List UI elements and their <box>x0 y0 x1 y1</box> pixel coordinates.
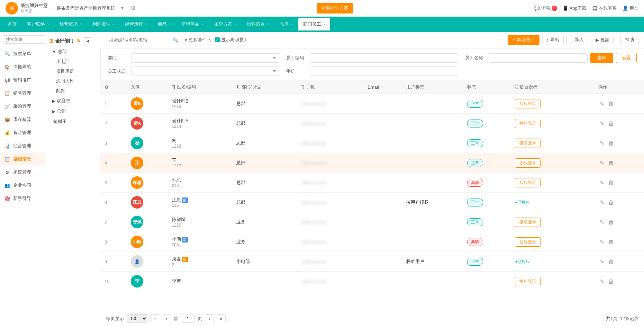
tab-close-icon[interactable]: × <box>291 22 293 26</box>
trial-btn[interactable]: 体验行业方案 <box>317 3 353 14</box>
tab-close-icon[interactable]: × <box>267 22 269 26</box>
col-phone[interactable]: ⇅ 手机 <box>297 80 363 94</box>
delete-btn[interactable]: 🗑 <box>607 179 615 187</box>
edit-btn[interactable]: ✎ <box>598 100 606 108</box>
sidebar-item-basic[interactable]: 📋基础信息 <box>0 152 45 166</box>
delete-btn[interactable]: 🗑 <box>607 199 615 206</box>
edit-btn[interactable]: ✎ <box>598 277 606 285</box>
col-name[interactable]: ⇅ 姓名/编码 <box>168 80 232 94</box>
tab-close-icon[interactable]: × <box>47 22 49 26</box>
tab-close-icon[interactable]: × <box>201 22 203 26</box>
add-employee-btn[interactable]: + 新增员工 <box>508 35 539 45</box>
import-btn[interactable]: ↓ 导入 <box>566 35 588 45</box>
collapse-tree-btn[interactable]: ◀ <box>84 37 91 44</box>
nav-tab-商品[interactable]: 商品 × <box>153 18 176 30</box>
delete-btn[interactable]: 🗑 <box>607 140 615 147</box>
user-menu[interactable]: 👤 用友 <box>623 5 638 11</box>
prev-page-btn[interactable]: ‹ <box>162 314 171 323</box>
edit-btn[interactable]: ✎ <box>598 238 606 246</box>
delete-btn[interactable]: 🗑 <box>607 278 615 285</box>
export-btn[interactable]: ↑ 导出 <box>542 35 564 45</box>
nav-tab-仓库[interactable]: 仓库 × <box>275 18 298 30</box>
filter-empname-input[interactable] <box>489 53 588 63</box>
last-page-btn[interactable]: » <box>217 314 226 323</box>
sidebar-item-operation[interactable]: 📊经营管理 <box>0 139 45 152</box>
dept-child-xiaodian[interactable]: 小电部 <box>45 57 100 67</box>
tab-close-icon[interactable]: × <box>112 22 115 26</box>
tab-close-icon[interactable]: × <box>323 22 325 26</box>
dept-child-peihuo[interactable]: 配货 <box>45 86 100 96</box>
delete-btn[interactable]: 🗑 <box>607 159 615 167</box>
edit-btn[interactable]: ✎ <box>598 218 606 226</box>
auth-btn[interactable]: 授权登录 <box>515 139 541 148</box>
sidebar-item-quick-nav[interactable]: 🏠快捷导航 <box>0 60 45 73</box>
nav-tab-经营情况[interactable]: 经营情况 × <box>55 18 87 30</box>
nav-tab-条码方案[interactable]: 条码方案 × <box>209 18 241 30</box>
edit-btn[interactable]: ✎ <box>598 120 606 127</box>
filter-dept-select[interactable] <box>131 53 279 63</box>
edit-btn[interactable]: ✎ <box>598 179 606 187</box>
delete-btn[interactable]: 🗑 <box>607 258 615 266</box>
auth-btn[interactable]: 授权登录 <box>515 99 541 108</box>
show-resign-checkbox[interactable]: ✓ 显示离职员工 <box>215 37 248 43</box>
tab-close-icon[interactable]: × <box>169 22 171 26</box>
message-btn[interactable]: 💬 消息 5 <box>534 5 557 11</box>
nav-tab-首页[interactable]: 首页 <box>3 18 21 30</box>
nav-tab-客户联络[interactable]: 客户联络 × <box>22 18 54 30</box>
next-page-btn[interactable]: › <box>205 314 214 323</box>
dropdown-icon[interactable]: ▼ <box>120 6 125 11</box>
nav-tab-新增商品[interactable]: 新增商品 × <box>176 18 208 30</box>
sidebar-item-inventory[interactable]: 📦库存核算 <box>0 113 45 126</box>
dept-node-zhishu[interactable]: 植树王二 <box>45 116 100 127</box>
delete-btn[interactable]: 🗑 <box>607 100 615 108</box>
nav-tab-部门员工[interactable]: 部门员工 × <box>298 18 330 30</box>
dept-node-zongbu2[interactable]: ▶ 总部 <box>45 106 100 116</box>
tab-close-icon[interactable]: × <box>234 22 236 26</box>
sidebar-item-finance[interactable]: 💰资金管理 <box>0 126 45 139</box>
setup-btn[interactable]: 设置 <box>616 53 637 63</box>
sidebar-item-collab[interactable]: 👥企业协同 <box>0 179 45 192</box>
nav-tab-物料清单[interactable]: 物料清单 × <box>242 18 274 30</box>
auth-btn[interactable]: 授权登录 <box>515 237 541 247</box>
edit-btn[interactable]: ✎ <box>598 199 606 206</box>
delete-btn[interactable]: 🗑 <box>607 238 615 246</box>
app-download-btn[interactable]: 📱 App下载 <box>563 5 587 11</box>
dept-node-shuangting[interactable]: ▶ 双庭想 <box>45 96 100 106</box>
sidebar-item-search[interactable]: 🔍搜索菜单 <box>0 47 45 60</box>
help-btn[interactable]: 帮助 <box>620 35 638 45</box>
auth-btn[interactable]: 授权登录 <box>515 119 541 128</box>
more-filter-btn[interactable]: ▾ 更多条件 ∧ <box>185 37 211 43</box>
first-page-btn[interactable]: « <box>150 314 159 323</box>
tab-close-icon[interactable]: × <box>145 22 147 26</box>
filter-phone-input[interactable] <box>310 67 458 76</box>
edit-btn[interactable]: ✎ <box>598 159 606 167</box>
sidebar-item-sales[interactable]: 📋销售管理 <box>0 87 45 100</box>
filter-empcode-input[interactable] <box>310 53 458 63</box>
view-btn[interactable]: ▶ 视频 <box>591 35 614 45</box>
auth-btn[interactable]: 授权登录 <box>515 277 541 286</box>
auth-btn[interactable]: 授权登录 <box>515 158 541 168</box>
col-settings[interactable]: ⚙ <box>100 80 127 94</box>
delete-btn[interactable]: 🗑 <box>607 219 615 226</box>
nav-tab-经营历程[interactable]: 经营历程 × <box>120 18 152 30</box>
sidebar-item-purchase[interactable]: 🛒采购管理 <box>0 100 45 113</box>
filter-status-select[interactable] <box>131 67 279 76</box>
dept-node-zongbu[interactable]: ▼ 总部 <box>45 46 100 57</box>
delete-btn[interactable]: 🗑 <box>607 120 615 127</box>
search-input[interactable] <box>109 37 171 43</box>
dept-child-shenyang[interactable]: 沈阳大库 <box>45 76 100 86</box>
online-service-btn[interactable]: 🎧 在线客服 <box>592 5 617 11</box>
auth-btn[interactable]: 授权登录 <box>515 218 541 227</box>
sidebar-item-guide[interactable]: 🎯新手引导 <box>0 192 45 205</box>
sidebar-search-input[interactable] <box>3 35 45 44</box>
tab-close-icon[interactable]: × <box>80 22 82 26</box>
dept-edit-icon[interactable]: ✎ <box>77 38 81 44</box>
nav-tab-利润报告[interactable]: 利润报告 × <box>88 18 119 30</box>
edit-btn[interactable]: ✎ <box>598 139 606 147</box>
query-btn[interactable]: 查询 <box>590 53 613 63</box>
sidebar-item-marketing[interactable]: 📢营销推广 <box>0 73 45 87</box>
settings-icon[interactable]: ⚙ <box>131 5 136 11</box>
sidebar-item-system[interactable]: ⚙系统管理 <box>0 166 45 179</box>
col-dept[interactable]: ⇅ 部门/职位 <box>232 80 297 94</box>
dept-child-xiangmu[interactable]: 项目库房 <box>45 67 100 76</box>
